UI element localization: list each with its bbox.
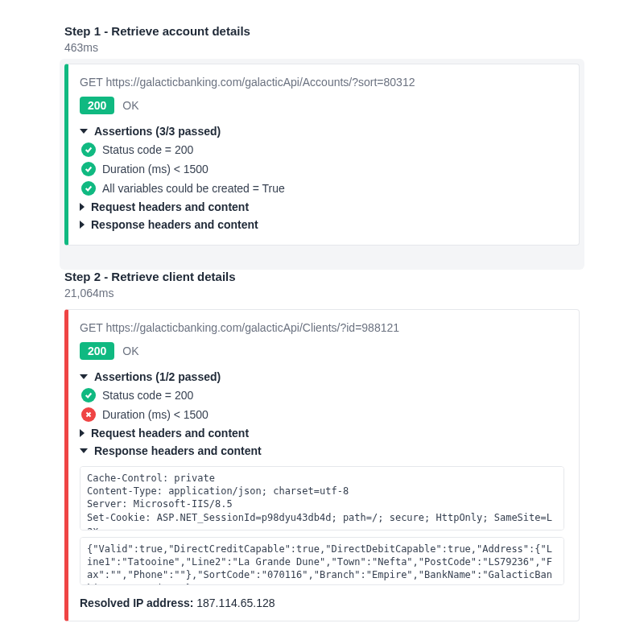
assertion-text: All variables could be created = True [102,182,285,195]
status-line: 200 OK [80,342,564,360]
page-root: Step 1 - Retrieve account details 463ms … [0,0,644,644]
request-url: GET https://galacticbanking.com/galactic… [80,76,564,89]
chevron-right-icon [80,221,85,229]
response-headers-box[interactable]: Cache-Control: private Content-Type: app… [80,466,564,530]
status-text: OK [122,99,138,112]
chevron-down-icon [80,374,88,379]
response-headers-toggle[interactable]: Response headers and content [80,442,564,460]
assertion-row: Status code = 200 [80,386,564,405]
resolved-ip-value: 187.114.65.128 [196,597,275,609]
assertions-header: Assertions (1/2 passed) [94,370,221,383]
check-icon [81,142,96,157]
assertions-toggle[interactable]: Assertions (1/2 passed) [80,368,564,386]
assertion-text: Status code = 200 [102,389,193,402]
assertion-row: All variables could be created = True [80,179,564,198]
chevron-down-icon [80,448,88,453]
response-headers-label: Response headers and content [91,218,258,231]
http-method: GET [80,321,103,334]
response-headers-toggle[interactable]: Response headers and content [80,216,564,233]
response-headers-label: Response headers and content [94,444,262,457]
request-headers-label: Request headers and content [91,427,249,440]
http-method: GET [80,76,103,89]
step-title: Step 1 - Retrieve account details [64,24,580,38]
step-duration: 463ms [64,41,580,54]
status-code-badge: 200 [80,342,114,360]
request-headers-toggle[interactable]: Request headers and content [80,424,564,442]
assertions-header: Assertions (3/3 passed) [94,125,221,138]
resolved-ip-label: Resolved IP address: [80,597,193,609]
chevron-right-icon [80,429,85,437]
assertion-text: Status code = 200 [102,143,193,156]
assertion-text: Duration (ms) < 1500 [102,408,208,421]
assertion-text: Duration (ms) < 1500 [102,163,208,175]
url: https://galacticbanking.com/galacticApi/… [105,76,415,89]
chevron-right-icon [80,203,85,211]
assertion-row: Duration (ms) < 1500 [80,405,564,424]
assertion-row: Status code = 200 [80,140,564,159]
assertion-row: Duration (ms) < 1500 [80,159,564,179]
step-duration: 21,064ms [64,287,580,299]
request-card: GET https://galacticbanking.com/galactic… [64,309,580,621]
check-icon [81,388,96,402]
assertions-toggle[interactable]: Assertions (3/3 passed) [80,122,564,140]
url: https://galacticbanking.com/galacticApi/… [105,321,399,334]
check-icon [81,162,96,176]
request-headers-toggle[interactable]: Request headers and content [80,198,564,216]
status-line: 200 OK [80,97,564,114]
request-url: GET https://galacticbanking.com/galactic… [80,321,564,334]
status-text: OK [122,345,138,357]
status-code-badge: 200 [80,97,114,114]
request-headers-label: Request headers and content [91,200,249,213]
response-body-box[interactable]: {"Valid":true,"DirectCreditCapable":true… [80,537,564,585]
x-icon [81,407,96,422]
request-card: GET https://galacticbanking.com/galactic… [64,64,580,246]
chevron-down-icon [80,129,88,134]
check-icon [81,181,96,196]
step-title: Step 2 - Retrieve client details [64,270,580,283]
backplate: GET https://galacticbanking.com/galactic… [60,59,584,270]
resolved-ip: Resolved IP address: 187.114.65.128 [80,597,564,609]
